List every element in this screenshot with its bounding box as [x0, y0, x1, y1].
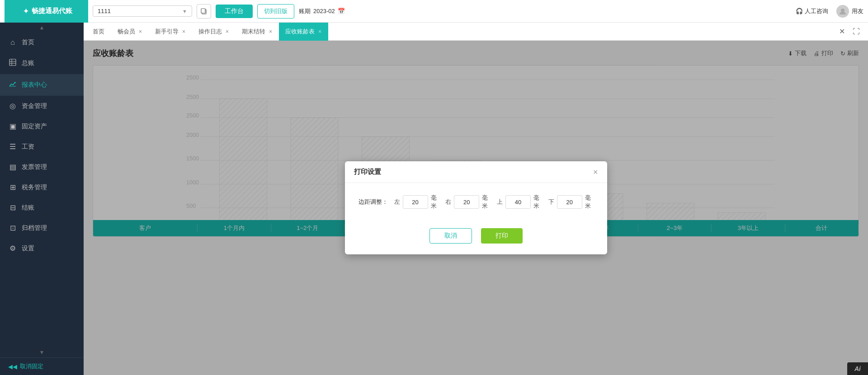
fund-icon: ◎ — [8, 102, 17, 110]
collapse-label: 取消固定 — [20, 362, 43, 370]
content-area: 首页 畅会员 × 新手引导 × 操作日志 × 期末结转 × 应收账龄表 × — [84, 23, 868, 375]
sidebar-item-label: 工资 — [22, 143, 34, 151]
bottom-direction-label: 下 — [548, 198, 554, 206]
margin-top-group: 上 毫米 — [497, 194, 542, 210]
tab-bar: 首页 畅会员 × 新手引导 × 操作日志 × 期末结转 × 应收账龄表 × — [84, 23, 868, 41]
scroll-up-arrow[interactable]: ▲ — [0, 23, 84, 33]
sidebar-item-label: 资金管理 — [22, 102, 47, 110]
margin-left-input[interactable] — [403, 195, 428, 209]
period-label: 账期 — [299, 7, 311, 15]
margin-row: 边距调整： 左 毫米 右 毫米 — [359, 194, 594, 210]
sidebar-item-settings[interactable]: ⚙ 设置 — [0, 238, 84, 258]
right-unit-label: 毫米 — [482, 194, 491, 210]
report-svg — [9, 80, 17, 88]
svg-point-2 — [841, 9, 844, 12]
sidebar-item-general-ledger[interactable]: 总账 — [0, 52, 84, 74]
company-selector[interactable]: 1111 ▼ — [93, 5, 192, 17]
sidebar-item-fund-management[interactable]: ◎ 资金管理 — [0, 96, 84, 116]
collapse-sidebar-button[interactable]: ◀◀ 取消固定 — [0, 357, 84, 375]
top-right: 🎧 人工咨询 用友 — [796, 5, 863, 18]
logo: ✦ 畅捷通易代账 — [5, 0, 88, 23]
main-layout: ▲ ⌂ 首页 总账 — [0, 23, 868, 375]
tab-ar-aging[interactable]: 应收账龄表 × — [279, 23, 328, 41]
avatar — [836, 5, 849, 18]
workbench-button[interactable]: 工作台 — [216, 5, 253, 18]
tab-label: 期末结转 — [242, 28, 265, 36]
username-label: 用友 — [852, 7, 863, 15]
copy-icon — [200, 8, 208, 15]
period-value: 2023-02 — [313, 8, 335, 14]
sidebar-item-label: 归档管理 — [22, 224, 47, 232]
tab-close-icon[interactable]: × — [318, 28, 321, 35]
margin-bottom-group: 下 毫米 — [548, 194, 594, 210]
tab-close-icon[interactable]: × — [139, 28, 142, 35]
archive-icon: ⊡ — [8, 224, 17, 232]
invoice-icon: ▤ — [8, 163, 17, 171]
margin-left-group: 左 毫米 — [394, 194, 439, 210]
print-confirm-button[interactable]: 打印 — [481, 228, 523, 244]
cancel-button[interactable]: 取消 — [429, 228, 472, 244]
dialog-close-button[interactable]: × — [593, 168, 598, 176]
copy-button[interactable] — [197, 4, 211, 19]
right-direction-label: 右 — [445, 198, 451, 206]
ledger-svg — [9, 58, 17, 66]
sidebar-item-invoice-management[interactable]: ▤ 发票管理 — [0, 157, 84, 177]
user-icon — [839, 7, 847, 15]
dialog-body: 边距调整： 左 毫米 右 毫米 — [345, 183, 607, 221]
company-name: 1111 — [98, 8, 179, 14]
tab-guide[interactable]: 新手引导 × — [149, 23, 192, 41]
top-direction-label: 上 — [497, 198, 503, 206]
left-unit-label: 毫米 — [431, 194, 439, 210]
report-icon — [8, 80, 17, 90]
sidebar-item-tax-management[interactable]: ⊞ 税务管理 — [0, 177, 84, 197]
dialog-header: 打印设置 × — [345, 161, 607, 183]
sidebar-item-checkout[interactable]: ⊟ 结账 — [0, 197, 84, 218]
tab-window-buttons: ✕ ⛶ — [833, 26, 865, 37]
margin-bottom-input[interactable] — [557, 195, 582, 209]
sidebar-item-report-center[interactable]: 报表中心 — [0, 74, 84, 96]
top-unit-label: 毫米 — [533, 194, 542, 210]
sidebar-item-fixed-assets[interactable]: ▣ 固定资产 — [0, 116, 84, 136]
sidebar-item-home[interactable]: ⌂ 首页 — [0, 33, 84, 52]
switch-version-button[interactable]: 切到旧版 — [257, 4, 294, 19]
tab-operation-log[interactable]: 操作日志 × — [192, 23, 236, 41]
home-icon: ⌂ — [8, 38, 17, 47]
settings-icon: ⚙ — [8, 244, 17, 253]
sidebar-item-label: 固定资产 — [22, 122, 47, 131]
headset-icon: 🎧 — [796, 8, 803, 14]
tab-close-icon[interactable]: × — [226, 28, 229, 35]
sidebar-item-payroll[interactable]: ☰ 工资 — [0, 136, 84, 157]
tab-label: 新手引导 — [155, 28, 179, 36]
tab-home[interactable]: 首页 — [86, 23, 111, 41]
dialog-title: 打印设置 — [354, 168, 381, 176]
consult-label: 人工咨询 — [805, 7, 828, 15]
tab-label: 畅会员 — [118, 28, 135, 36]
sidebar-item-label: 报表中心 — [22, 81, 47, 89]
payroll-icon: ☰ — [8, 142, 17, 151]
consult-button[interactable]: 🎧 人工咨询 — [796, 7, 828, 15]
margin-right-input[interactable] — [454, 195, 479, 209]
tab-close-icon[interactable]: × — [269, 28, 272, 35]
modal-overlay: 打印设置 × 边距调整： 左 毫米 右 — [84, 41, 868, 375]
tab-member[interactable]: 畅会员 × — [111, 23, 149, 41]
chevron-down-icon: ▼ — [182, 9, 187, 14]
close-window-button[interactable]: ✕ — [836, 26, 847, 37]
tab-label: 操作日志 — [198, 28, 222, 36]
sidebar-item-archive-management[interactable]: ⊡ 归档管理 — [0, 218, 84, 238]
sidebar-item-label: 总账 — [22, 59, 34, 67]
svg-rect-3 — [9, 59, 16, 66]
sidebar-item-label: 设置 — [22, 244, 34, 253]
tab-label: 首页 — [93, 28, 104, 36]
maximize-window-button[interactable]: ⛶ — [851, 26, 862, 37]
calendar-icon[interactable]: 📅 — [338, 8, 345, 14]
bottom-unit-label: 毫米 — [585, 194, 594, 210]
scroll-down-arrow[interactable]: ▼ — [0, 347, 84, 357]
user-area[interactable]: 用友 — [836, 5, 863, 18]
print-settings-dialog: 打印设置 × 边距调整： 左 毫米 右 — [345, 161, 607, 254]
tab-period-end[interactable]: 期末结转 × — [236, 23, 279, 41]
tab-close-icon[interactable]: × — [182, 28, 185, 35]
pin-icon: ◀◀ — [8, 363, 17, 370]
checkout-icon: ⊟ — [8, 203, 17, 212]
sidebar-scroll: ⌂ 首页 总账 — [0, 33, 84, 347]
margin-top-input[interactable] — [505, 195, 531, 209]
